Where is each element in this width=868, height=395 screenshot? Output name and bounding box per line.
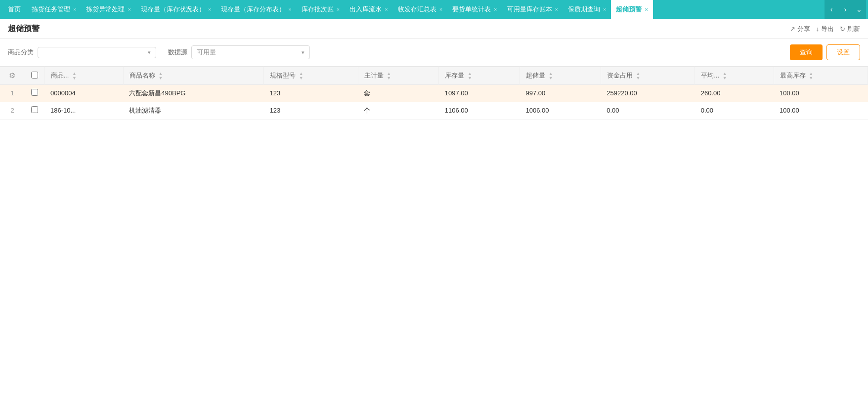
row-capital: 259220.00 <box>601 84 694 102</box>
sort-unit-icon: ▲▼ <box>387 72 391 80</box>
filter-bar: 商品分类 ▾ 数据源 可用量 ▾ 查询 设置 <box>0 39 868 67</box>
col-header-product-name[interactable]: 商品名称 ▲▼ <box>123 67 263 85</box>
col-header-checkbox <box>25 67 44 85</box>
table-container: ⚙ 商品... ▲▼ 商品名称 ▲▼ 规格型号 ▲▼ <box>0 67 868 119</box>
col-header-spec[interactable]: 规格型号 ▲▼ <box>264 67 358 85</box>
close-tab-2-icon[interactable]: × <box>208 6 211 12</box>
datasource-chevron-icon: ▾ <box>302 49 304 56</box>
filter-actions: 查询 设置 <box>790 44 860 60</box>
share-button[interactable]: ↗ 分享 <box>790 25 810 34</box>
row-product-code: 186-10... <box>44 102 123 119</box>
close-tab-4-icon[interactable]: × <box>337 6 340 12</box>
row-checkbox-cell <box>25 84 44 102</box>
page-title: 超储预警 <box>8 24 40 34</box>
category-label: 商品分类 <box>8 48 34 57</box>
close-tab-6-icon[interactable]: × <box>439 6 442 12</box>
row-checkbox-1[interactable] <box>31 106 38 113</box>
close-tab-0-icon[interactable]: × <box>73 6 76 12</box>
nav-tab-10[interactable]: 超储预警 × <box>611 0 652 19</box>
nav-home[interactable]: 首页 <box>2 5 27 14</box>
row-capital: 0.00 <box>601 102 694 119</box>
table-header-row: ⚙ 商品... ▲▼ 商品名称 ▲▼ 规格型号 ▲▼ <box>0 67 868 85</box>
category-filter: 商品分类 ▾ <box>8 47 156 58</box>
export-icon: ↓ <box>816 25 820 33</box>
row-unit: 套 <box>358 84 439 102</box>
row-over-stock: 997.00 <box>520 84 601 102</box>
sort-product-name-icon: ▲▼ <box>158 72 163 80</box>
close-tab-7-icon[interactable]: × <box>494 6 497 12</box>
nav-tab-7[interactable]: 要货单统计表 × <box>447 0 502 19</box>
nav-tab-3[interactable]: 现存量（库存分布表） × <box>216 0 296 19</box>
row-product-name: 六配套新昌490BPG <box>123 84 263 102</box>
row-unit: 个 <box>358 102 439 119</box>
close-tab-1-icon[interactable]: × <box>128 6 130 12</box>
refresh-button[interactable]: ↻ 刷新 <box>840 25 860 34</box>
row-stock: 1106.00 <box>439 102 520 119</box>
sort-avg-price-icon: ▲▼ <box>723 72 727 80</box>
query-button[interactable]: 查询 <box>790 44 823 60</box>
export-button[interactable]: ↓ 导出 <box>816 25 834 34</box>
category-chevron-icon: ▾ <box>148 49 151 56</box>
datasource-label: 数据源 <box>168 48 187 57</box>
row-over-stock: 1006.00 <box>520 102 601 119</box>
datasource-select-value: 可用量 <box>197 48 299 57</box>
sort-capital-icon: ▲▼ <box>636 72 640 80</box>
header-actions: ↗ 分享 ↓ 导出 ↻ 刷新 <box>790 25 861 34</box>
row-index: 1 <box>0 84 25 102</box>
row-spec: 123 <box>264 102 358 119</box>
col-header-product-code[interactable]: 商品... ▲▼ <box>44 67 123 85</box>
nav-tab-0[interactable]: 拣货任务管理 × <box>27 0 81 19</box>
sort-spec-icon: ▲▼ <box>299 72 304 80</box>
row-max-stock: 100.00 <box>774 84 868 102</box>
close-tab-3-icon[interactable]: × <box>288 6 291 12</box>
col-header-settings: ⚙ <box>0 67 25 85</box>
row-stock: 1097.00 <box>439 84 520 102</box>
table-settings-icon[interactable]: ⚙ <box>9 71 15 79</box>
sort-product-code-icon: ▲▼ <box>72 72 77 80</box>
nav-next-button[interactable]: › <box>838 0 852 19</box>
col-header-unit[interactable]: 主计量 ▲▼ <box>358 67 439 85</box>
nav-tab-1[interactable]: 拣货异常处理 × <box>81 0 135 19</box>
col-header-capital[interactable]: 资金占用 ▲▼ <box>601 67 694 85</box>
row-checkbox-cell <box>25 102 44 119</box>
close-tab-8-icon[interactable]: × <box>555 6 558 12</box>
nav-tab-6[interactable]: 收发存汇总表 × <box>393 0 447 19</box>
nav-tab-9[interactable]: 保质期查询 × <box>563 0 611 19</box>
table-body: 1 0000004 六配套新昌490BPG 123 套 1097.00 997.… <box>0 84 868 119</box>
col-header-avg-price[interactable]: 平均... ▲▼ <box>695 67 774 85</box>
table-row: 2 186-10... 机油滤清器 123 个 1106.00 1006.00 … <box>0 102 868 119</box>
row-product-name: 机油滤清器 <box>123 102 263 119</box>
close-tab-5-icon[interactable]: × <box>385 6 388 12</box>
datasource-select[interactable]: 可用量 ▾ <box>191 45 310 59</box>
close-tab-9-icon[interactable]: × <box>603 6 606 12</box>
top-nav: 首页 拣货任务管理 × 拣货异常处理 × 现存量（库存状况表） × 现存量（库存… <box>0 0 868 19</box>
row-checkbox-0[interactable] <box>31 89 38 96</box>
nav-menu-button[interactable]: ⌄ <box>852 0 866 19</box>
row-avg-price: 260.00 <box>695 84 774 102</box>
row-product-code: 0000004 <box>44 84 123 102</box>
nav-tab-2[interactable]: 现存量（库存状况表） × <box>136 0 216 19</box>
sort-over-stock-icon: ▲▼ <box>549 72 553 80</box>
nav-tab-8[interactable]: 可用量库存账本 × <box>502 0 563 19</box>
table-row: 1 0000004 六配套新昌490BPG 123 套 1097.00 997.… <box>0 84 868 102</box>
nav-tab-4[interactable]: 库存批次账 × <box>297 0 345 19</box>
col-header-max-stock[interactable]: 最高库存 ▲▼ <box>774 67 868 85</box>
select-all-checkbox[interactable] <box>31 72 38 79</box>
row-spec: 123 <box>264 84 358 102</box>
col-header-over-stock[interactable]: 超储量 ▲▼ <box>520 67 601 85</box>
row-index: 2 <box>0 102 25 119</box>
sort-stock-icon: ▲▼ <box>468 72 472 80</box>
category-select[interactable]: ▾ <box>38 47 156 58</box>
share-icon: ↗ <box>790 25 795 33</box>
sort-max-stock-icon: ▲▼ <box>809 72 813 80</box>
refresh-icon: ↻ <box>840 25 845 33</box>
close-tab-10-icon[interactable]: × <box>645 6 648 12</box>
data-table: ⚙ 商品... ▲▼ 商品名称 ▲▼ 规格型号 ▲▼ <box>0 67 868 119</box>
nav-tab-5[interactable]: 出入库流水 × <box>345 0 392 19</box>
col-header-stock[interactable]: 库存量 ▲▼ <box>439 67 520 85</box>
page-header: 超储预警 ↗ 分享 ↓ 导出 ↻ 刷新 <box>0 19 868 39</box>
row-avg-price: 0.00 <box>695 102 774 119</box>
datasource-filter: 数据源 可用量 ▾ <box>168 45 310 59</box>
settings-button[interactable]: 设置 <box>826 44 860 60</box>
nav-prev-button[interactable]: ‹ <box>825 0 838 19</box>
